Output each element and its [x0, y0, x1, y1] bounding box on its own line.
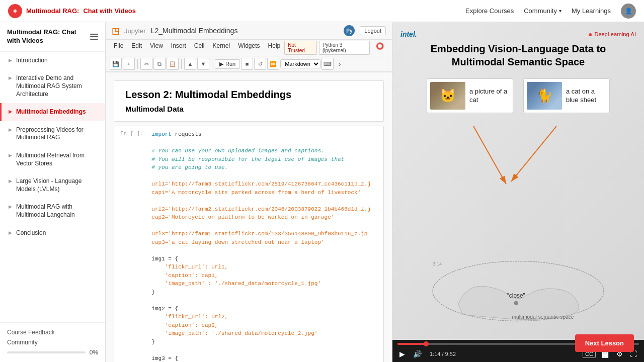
save-button[interactable]: 💾	[110, 58, 122, 70]
svg-line-1	[473, 126, 506, 184]
jupyter-menu-bar: File Edit View Insert Cell Kernel Widget…	[106, 40, 392, 56]
menu-widgets[interactable]: Widgets	[234, 41, 264, 55]
total-time: 9:52	[445, 351, 456, 357]
avatar[interactable]: 👤	[621, 4, 636, 19]
brand-logo	[8, 4, 22, 18]
cell-type-select[interactable]: Markdown Code Raw	[280, 59, 320, 68]
svg-text:3:14: 3:14	[433, 261, 442, 266]
chevron-down-icon: ▾	[559, 8, 561, 14]
arrow-icon: ▶	[9, 127, 12, 133]
progress-percent: 0%	[90, 349, 98, 356]
video-panel: intel. ● DeepLearning.AI Embedding Visio…	[392, 22, 644, 362]
logout-button[interactable]: Logout	[360, 26, 386, 35]
collapse-sidebar-button[interactable]	[90, 32, 98, 42]
sidebar-item-introduction[interactable]: ▶ Introduction	[0, 52, 105, 70]
cat2-image: 🐈	[527, 82, 562, 110]
separator3	[212, 59, 212, 69]
current-time: 1:14	[430, 351, 440, 357]
jupyter-logo: ◳	[112, 26, 119, 36]
sidebar: Multimodal RAG: Chat with Videos ▶ Intro…	[0, 22, 106, 362]
diagram-area: 🐱 a picture of a cat 🐈	[400, 78, 636, 332]
cell-input-row: In [ ]: import requests # You can use yo…	[114, 126, 383, 362]
sidebar-item-lvlm[interactable]: ▶ Large Vision - Language Models (LVLMs)	[0, 172, 105, 198]
mute-button[interactable]: 🔊	[411, 349, 424, 359]
paste-button[interactable]: 📋	[167, 58, 179, 70]
menu-file[interactable]: File	[110, 41, 127, 55]
community-link[interactable]: Community ▾	[524, 7, 561, 15]
sidebar-header: Multimodal RAG: Chat with Videos	[0, 22, 105, 52]
restart-run-button[interactable]: ⏩	[267, 58, 279, 70]
cat1-icon: 🐱	[440, 88, 456, 104]
image-card-cat1: 🐱 a picture of a cat	[427, 78, 513, 113]
copy-button[interactable]: ⧉	[153, 58, 166, 70]
community-label: Community	[524, 7, 557, 15]
move-down-button[interactable]: ▼	[197, 58, 209, 70]
video-top-bar: intel. ● DeepLearning.AI	[400, 30, 636, 38]
kernel-status-icon: ⭕	[372, 41, 388, 55]
cat1-thumbnail: 🐱	[430, 82, 465, 110]
svg-text:"close": "close"	[507, 292, 525, 299]
image-cards-row: 🐱 a picture of a cat 🐈	[400, 78, 636, 113]
run-button[interactable]: ▶ Run	[215, 59, 240, 69]
navbar-links: Explore Courses Community ▾ My Learnings…	[465, 4, 636, 19]
separator	[137, 59, 138, 69]
cell-prompt: In [ ]:	[114, 126, 149, 141]
jupyter-panel: ◳ Jupyter L2_Multimodal Embeddings Py Lo…	[106, 22, 392, 362]
svg-line-2	[511, 126, 556, 182]
sidebar-item-multimodal-retrieval[interactable]: ▶ Multimodal Retrieval from Vector Store…	[0, 147, 105, 172]
play-icon: ▶	[219, 61, 223, 67]
my-learnings-link[interactable]: My Learnings	[572, 7, 611, 15]
course-feedback-link[interactable]: Course Feedback	[7, 329, 98, 336]
kernel-badge: Python 3 (ipykernel)	[319, 41, 370, 55]
next-lesson-button[interactable]: Next Lesson	[575, 334, 634, 352]
python-icon: Py	[344, 25, 355, 36]
next-lesson-bar: Next Lesson	[575, 334, 634, 352]
cut-button[interactable]: ✂	[140, 58, 152, 70]
code-cell: In [ ]: import requests # You can use yo…	[114, 126, 384, 362]
menu-kernel[interactable]: Kernel	[209, 41, 234, 55]
arrow-icon: ▶	[9, 58, 12, 64]
lesson-heading: Lesson 2: Multimodal Embeddings	[125, 89, 373, 101]
progress-bar-container	[7, 351, 86, 353]
content-area: ◳ Jupyter L2_Multimodal Embeddings Py Lo…	[106, 22, 644, 362]
sidebar-item-multimodal-embeddings[interactable]: ▶ Multimodal Embeddings	[0, 103, 105, 121]
cat2-label: a cat on a blue sheet	[566, 87, 606, 105]
menu-insert[interactable]: Insert	[167, 41, 190, 55]
sidebar-item-label: Multimodal Retrieval from Vector Stores	[16, 152, 98, 167]
svg-point-5	[514, 301, 519, 306]
community-footer-link[interactable]: Community	[7, 339, 98, 346]
sidebar-course-title: Multimodal RAG: Chat with Videos	[7, 28, 90, 45]
menu-help[interactable]: Help	[264, 41, 285, 55]
run-label: Run	[225, 61, 235, 67]
move-up-button[interactable]: ▲	[184, 58, 196, 70]
add-cell-button[interactable]: +	[123, 58, 135, 70]
sidebar-item-label: Large Vision - Language Models (LVLMs)	[16, 177, 98, 193]
not-trusted-badge: Not Trusted	[284, 41, 317, 55]
image-card-cat2: 🐈 a cat on a blue sheet	[523, 78, 610, 113]
menu-edit[interactable]: Edit	[127, 41, 146, 55]
expand-button[interactable]: ›	[335, 59, 345, 69]
restart-button[interactable]: ↺	[254, 58, 266, 70]
blob-svg: "close" multimodal semantic space 3:14	[406, 240, 631, 325]
markdown-cell: Lesson 2: Multimodal Embeddings Multimod…	[114, 80, 384, 122]
sidebar-item-preprocessing[interactable]: ▶ Preprocessing Videos for Multimodal RA…	[0, 121, 105, 147]
brand: Multimodal RAG: Chat with Videos	[8, 4, 136, 18]
jupyter-toolbar: 💾 + ✂ ⧉ 📋 ▲ ▼ ▶ Run ■ ↺ ⏩	[106, 56, 392, 72]
cat1-label: a picture of a cat	[469, 87, 510, 105]
menu-cell[interactable]: Cell	[190, 41, 209, 55]
sidebar-item-conclusion[interactable]: ▶ Conclusion	[0, 224, 105, 242]
navbar: Multimodal RAG: Chat with Videos Explore…	[0, 0, 644, 22]
arrow-icon: ▶	[9, 230, 12, 236]
sidebar-item-interactive-demo[interactable]: ▶ Interactive Demo and Multimodal RAG Sy…	[0, 69, 105, 103]
brand-subtitle: Chat with Videos	[83, 7, 136, 15]
sidebar-item-langchain[interactable]: ▶ Multimodal RAG with Multimodal Langcha…	[0, 198, 105, 224]
keyboard-shortcuts-button[interactable]: ⌨	[321, 58, 334, 70]
explore-courses-link[interactable]: Explore Courses	[465, 7, 514, 15]
menu-view[interactable]: View	[146, 41, 167, 55]
play-button[interactable]: ▶	[397, 349, 407, 359]
deeplearning-text: DeepLearning.AI	[594, 31, 636, 37]
separator2	[181, 59, 182, 69]
intel-logo: intel.	[400, 30, 417, 38]
stop-button[interactable]: ■	[241, 58, 253, 70]
cell-code[interactable]: import requests # You can use your own u…	[149, 126, 383, 362]
